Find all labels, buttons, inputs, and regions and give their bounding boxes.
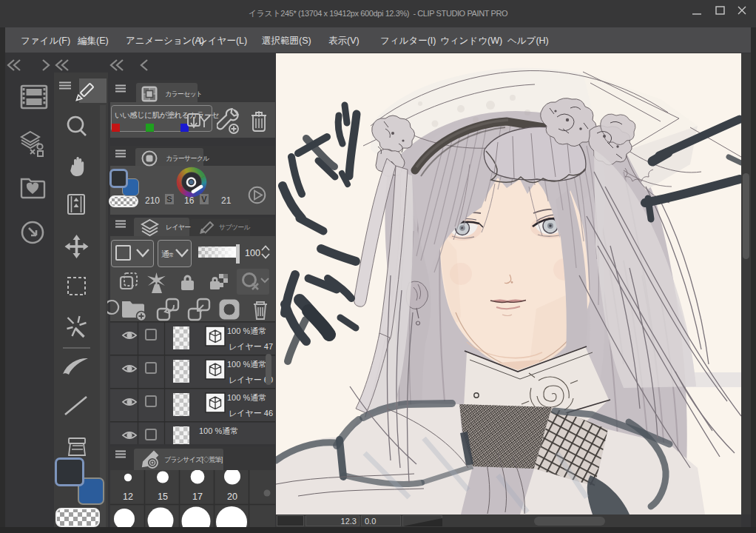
- svg-text:100 %通常: 100 %通常: [227, 393, 266, 402]
- svg-text:100 %通常: 100 %通常: [199, 426, 238, 435]
- svg-text:レイヤー 46: レイヤー 46: [229, 409, 273, 418]
- svg-text:100 %通常: 100 %通常: [227, 326, 266, 335]
- svg-text:12: 12: [123, 492, 133, 502]
- svg-text:17: 17: [192, 492, 203, 502]
- svg-text:20: 20: [227, 492, 237, 502]
- svg-text:レイヤー 47: レイヤー 47: [229, 342, 273, 351]
- svg-text:15: 15: [158, 492, 168, 502]
- svg-text:100 %通常: 100 %通常: [227, 360, 266, 369]
